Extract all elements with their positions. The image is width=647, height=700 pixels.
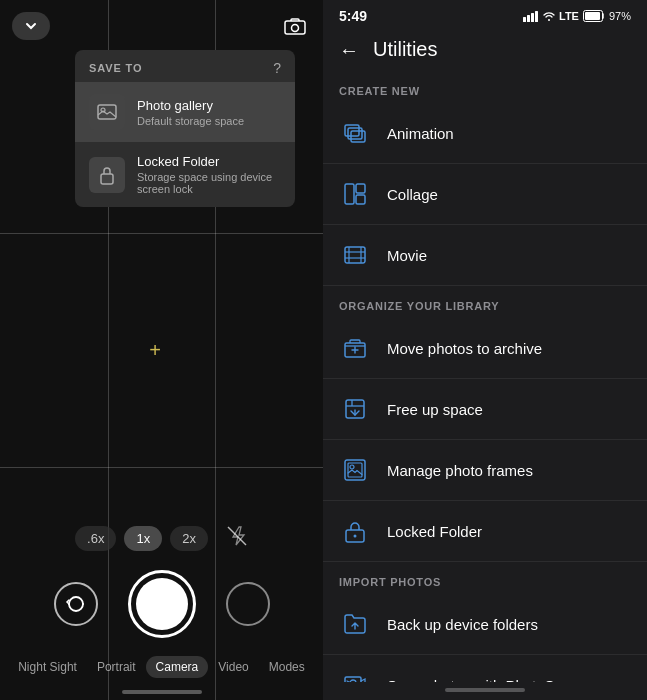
move-archive-label: Move photos to archive [387,340,542,357]
svg-rect-6 [523,17,526,22]
backup-folders-label: Back up device folders [387,616,538,633]
section-organize-label: ORGANIZE YOUR LIBRARY [323,286,647,318]
photo-frames-label: Manage photo frames [387,462,533,479]
svg-rect-17 [356,184,365,193]
util-photo-frames[interactable]: Manage photo frames [323,440,647,501]
camera-panel: + SAVE TO ? [0,0,323,700]
focus-crosshair: + [149,340,161,360]
svg-rect-2 [98,105,116,119]
section-create-new-label: CREATE NEW [323,71,647,103]
mode-night-sight[interactable]: Night Sight [8,656,87,678]
camera-bottom-controls: .6x 1x 2x [0,517,323,700]
battery-icon [583,10,605,22]
util-photoscan[interactable]: Scan photos with PhotoScan [323,655,647,682]
svg-rect-18 [356,195,365,204]
locked-folder-label: Locked Folder [387,523,482,540]
collage-icon [339,178,371,210]
save-to-popup: SAVE TO ? Photo gallery Default storage … [75,50,295,207]
svg-point-10 [548,19,550,21]
camera-top-bar [0,10,323,42]
back-button[interactable]: ← [339,40,359,60]
util-locked-folder[interactable]: Locked Folder [323,501,647,562]
flip-camera-button[interactable] [54,582,98,626]
photoscan-icon [339,669,371,682]
zoom-2x-button[interactable]: 2x [170,526,208,551]
gallery-option-text: Photo gallery Default storage space [137,98,244,127]
lte-label: LTE [559,10,579,22]
mode-camera[interactable]: Camera [146,656,209,678]
zoom-06x-button[interactable]: .6x [75,526,116,551]
camera-icon[interactable] [279,10,311,42]
status-time: 5:49 [339,8,367,24]
camera-viewfinder: + SAVE TO ? [0,0,323,700]
util-movie[interactable]: Movie [323,225,647,286]
shutter-inner [136,578,188,630]
movie-icon [339,239,371,271]
home-indicator-right [445,688,525,692]
movie-label: Movie [387,247,427,264]
battery-percent: 97% [609,10,631,22]
svg-point-1 [292,25,299,32]
signal-icon [523,10,539,22]
grid-line [0,467,323,468]
gallery-icon [89,94,125,130]
util-move-archive[interactable]: Move photos to archive [323,318,647,379]
locked-option-text: Locked Folder Storage space using device… [137,154,281,195]
util-free-up-space[interactable]: Free up space [323,379,647,440]
save-option-locked[interactable]: Locked Folder Storage space using device… [75,142,295,207]
zoom-1x-button[interactable]: 1x [124,526,162,551]
gallery-option-name: Photo gallery [137,98,244,113]
utilities-content: CREATE NEW Animation Collage [323,71,647,682]
svg-rect-8 [531,13,534,22]
util-animation[interactable]: Animation [323,103,647,164]
shutter-row [0,560,323,652]
save-location-dropdown[interactable] [12,12,50,40]
util-collage[interactable]: Collage [323,164,647,225]
lock-icon [89,157,125,193]
last-photo-preview[interactable] [226,582,270,626]
locked-folder-icon [339,515,371,547]
svg-rect-4 [101,174,113,184]
svg-rect-19 [345,247,365,263]
free-up-label: Free up space [387,401,483,418]
photoscan-label: Scan photos with PhotoScan [387,677,579,683]
svg-point-32 [350,680,356,682]
util-backup-folders[interactable]: Back up device folders [323,594,647,655]
backup-folders-icon [339,608,371,640]
collage-label: Collage [387,186,438,203]
svg-rect-9 [535,11,538,22]
save-to-title: SAVE TO [89,62,142,74]
locked-option-desc: Storage space using device screen lock [137,171,281,195]
animation-label: Animation [387,125,454,142]
svg-rect-16 [345,184,354,204]
svg-rect-7 [527,15,530,22]
camera-mode-bar: Night Sight Portrait Camera Video Modes [0,652,323,686]
zoom-controls: .6x 1x 2x [0,517,323,560]
flash-off-icon[interactable] [226,525,248,552]
svg-point-28 [350,465,354,469]
svg-rect-14 [348,128,362,139]
animation-icon [339,117,371,149]
utilities-panel: 5:49 LTE 97% ← [323,0,647,700]
mode-portrait[interactable]: Portrait [87,656,146,678]
grid-line [0,233,323,234]
svg-point-30 [354,535,357,538]
help-icon[interactable]: ? [273,60,281,76]
mode-video[interactable]: Video [208,656,258,678]
wifi-icon [543,10,555,22]
svg-rect-12 [585,12,600,20]
svg-rect-27 [348,463,362,477]
move-archive-icon [339,332,371,364]
free-up-icon [339,393,371,425]
save-option-gallery[interactable]: Photo gallery Default storage space [75,82,295,142]
section-import-label: IMPORT PHOTOS [323,562,647,594]
status-bar: 5:49 LTE 97% [323,0,647,28]
mode-more[interactable]: Modes [259,656,315,678]
photo-frames-icon [339,454,371,486]
utilities-title: Utilities [373,38,437,61]
gallery-option-desc: Default storage space [137,115,244,127]
shutter-button[interactable] [128,570,196,638]
save-to-header: SAVE TO ? [75,50,295,82]
status-icons: LTE 97% [523,10,631,22]
utilities-header: ← Utilities [323,28,647,71]
